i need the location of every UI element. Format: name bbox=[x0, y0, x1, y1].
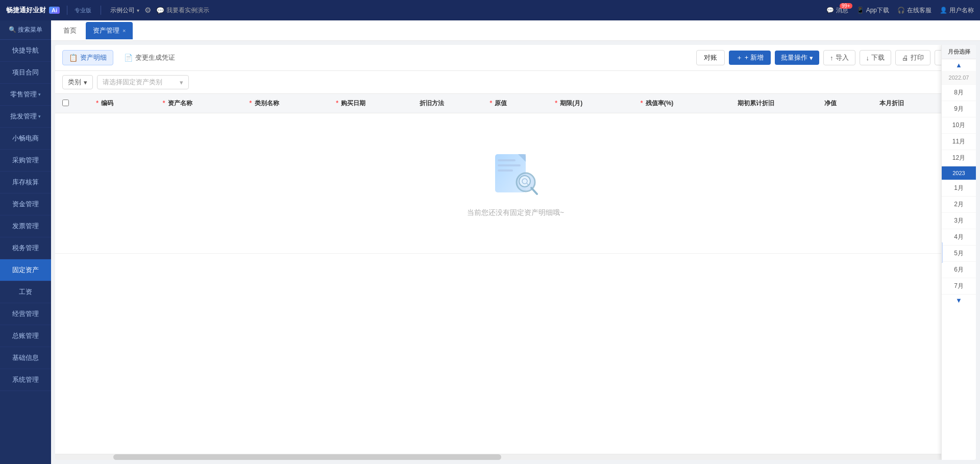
operations-label: 经营管理 bbox=[12, 309, 39, 319]
quicknav-label: 快捷导航 bbox=[12, 46, 39, 55]
month-item-5[interactable]: 5月 bbox=[942, 246, 976, 262]
month-item-11[interactable]: 11月 bbox=[942, 134, 976, 150]
month-item-9[interactable]: 9月 bbox=[942, 101, 976, 117]
assets-table: * 编码 * 资产名称 * 类别名称 bbox=[55, 94, 976, 254]
category-label: 类别 bbox=[68, 78, 81, 87]
month-item-10[interactable]: 10月 bbox=[942, 117, 976, 134]
sidebar-item-quicknav[interactable]: 快捷导航 bbox=[0, 40, 51, 62]
user-menu[interactable]: 👤 用户名称 bbox=[940, 6, 974, 15]
scroll-thumb[interactable] bbox=[113, 454, 501, 460]
tax-label: 税务管理 bbox=[12, 243, 39, 253]
settings-button[interactable]: ⚙ bbox=[144, 6, 151, 15]
change-voucher-icon: 📄 bbox=[124, 54, 133, 62]
sidebar: 🔍 搜索菜单 快捷导航 项目合同 零售管理 ▾ 批发管理 ▾ 小畅电商 采购管理… bbox=[0, 20, 51, 464]
sidebar-item-retail[interactable]: 零售管理 ▾ bbox=[0, 84, 51, 106]
sidebar-item-system[interactable]: 系统管理 bbox=[0, 369, 51, 391]
sidebar-item-base[interactable]: 基础信息 bbox=[0, 347, 51, 369]
month-year-2022[interactable]: 2022.07 bbox=[942, 71, 976, 85]
category-value-select[interactable]: 请选择固定资产类别 ▾ bbox=[97, 75, 189, 89]
message-badge: 99+ bbox=[840, 3, 852, 9]
month-item-1[interactable]: 1月 bbox=[942, 180, 976, 197]
app-download-button[interactable]: 📱 App下载 bbox=[856, 6, 889, 15]
category-arrow-icon: ▾ bbox=[180, 79, 183, 86]
month-item-2[interactable]: 2月 bbox=[942, 197, 976, 213]
tab-home-label: 首页 bbox=[63, 26, 77, 35]
svg-rect-1 bbox=[498, 159, 516, 161]
topbar-right: 💬 消息 99+ 📱 App下载 🎧 在线客服 👤 用户名称 bbox=[826, 6, 974, 15]
add-button[interactable]: ＋ + 新增 bbox=[729, 51, 771, 65]
month-item-6[interactable]: 6月 bbox=[942, 262, 976, 278]
sidebar-item-inventory[interactable]: 库存核算 bbox=[0, 172, 51, 193]
tab-close-icon[interactable]: × bbox=[122, 28, 126, 34]
category-type-select[interactable]: 类别 ▾ bbox=[62, 75, 93, 89]
invoice-label: 发票管理 bbox=[12, 222, 39, 231]
select-all-checkbox[interactable] bbox=[62, 100, 69, 106]
sidebar-item-fixed-assets[interactable]: 固定资产 bbox=[0, 259, 51, 281]
main-layout: 🔍 搜索菜单 快捷导航 项目合同 零售管理 ▾ 批发管理 ▾ 小畅电商 采购管理… bbox=[0, 20, 980, 464]
horizontal-scrollbar[interactable] bbox=[55, 454, 976, 460]
col-original-value: * 原值 bbox=[469, 94, 528, 113]
search-label: 搜索菜单 bbox=[18, 26, 42, 33]
sub-tab-asset-detail[interactable]: 📋 资产明细 bbox=[62, 50, 113, 65]
app-download-icon: 📱 bbox=[856, 7, 864, 14]
panel-toggle-button[interactable]: › bbox=[941, 242, 943, 263]
month-item-4[interactable]: 4月 bbox=[942, 229, 976, 246]
sidebar-item-finance[interactable]: 资金管理 bbox=[0, 193, 51, 215]
month-panel: › 月份选择 ▲ 2022.07 8月 9月 10月 11月 12月 2023 … bbox=[941, 45, 976, 460]
brand: 畅捷通好业财 Ai bbox=[6, 6, 60, 15]
month-up-nav[interactable]: ▲ bbox=[942, 59, 976, 71]
message-icon: 💬 bbox=[826, 7, 834, 14]
month-year-2023[interactable]: 2023 bbox=[942, 166, 976, 180]
project-label: 项目合同 bbox=[12, 68, 39, 77]
toolbar-right: 对账 ＋ + 新增 批量操作 ▾ ↑ 导入 bbox=[696, 50, 969, 65]
download-button[interactable]: ↓ 下载 bbox=[860, 50, 892, 65]
month-panel-header: 月份选择 bbox=[942, 45, 976, 59]
print-button[interactable]: 🖨 打印 bbox=[895, 50, 930, 65]
ai-badge: Ai bbox=[49, 7, 60, 14]
table-wrap: * 编码 * 资产名称 * 类别名称 bbox=[55, 94, 976, 454]
duizhang-button[interactable]: 对账 bbox=[696, 50, 725, 65]
sidebar-search[interactable]: 🔍 搜索菜单 bbox=[0, 20, 51, 40]
sidebar-item-operations[interactable]: 经营管理 bbox=[0, 303, 51, 325]
company-selector[interactable]: 示例公司 ▾ bbox=[110, 6, 139, 15]
add-icon: ＋ bbox=[736, 53, 743, 62]
batch-button[interactable]: 批量操作 ▾ bbox=[775, 51, 819, 65]
ecommerce-label: 小畅电商 bbox=[12, 134, 39, 143]
sidebar-item-purchase[interactable]: 采购管理 bbox=[0, 150, 51, 172]
col-residual-rate: * 残值率(%) bbox=[609, 94, 704, 113]
month-item-8[interactable]: 8月 bbox=[942, 85, 976, 101]
retail-label: 零售管理 bbox=[10, 90, 37, 99]
user-icon: 👤 bbox=[940, 7, 947, 14]
sidebar-item-ecommerce[interactable]: 小畅电商 bbox=[0, 128, 51, 150]
message-button[interactable]: 💬 消息 99+ bbox=[826, 6, 848, 15]
sub-tab-change-voucher[interactable]: 📄 变更生成凭证 bbox=[117, 50, 182, 65]
content-area: 首页 资产管理 × 📋 资产明细 📄 变更生成凭证 bbox=[51, 20, 980, 464]
print-label: 打印 bbox=[911, 53, 924, 62]
tab-assets[interactable]: 资产管理 × bbox=[86, 22, 133, 39]
month-item-3[interactable]: 3月 bbox=[942, 213, 976, 229]
page-content-inner: 📋 资产明细 📄 变更生成凭证 对账 ＋ + 新增 bbox=[55, 45, 976, 460]
sidebar-item-tax[interactable]: 税务管理 bbox=[0, 237, 51, 259]
retail-arrow-icon: ▾ bbox=[38, 92, 41, 97]
sidebar-item-invoice[interactable]: 发票管理 bbox=[0, 215, 51, 237]
system-label: 系统管理 bbox=[12, 375, 39, 384]
headset-icon: 🎧 bbox=[897, 7, 905, 14]
svg-rect-3 bbox=[498, 169, 513, 172]
sidebar-item-wholesale[interactable]: 批发管理 ▾ bbox=[0, 106, 51, 128]
month-down-nav[interactable]: ▼ bbox=[942, 295, 976, 306]
sidebar-item-project[interactable]: 项目合同 bbox=[0, 62, 51, 84]
demo-icon: 💬 bbox=[156, 7, 164, 14]
month-item-7[interactable]: 7月 bbox=[942, 278, 976, 295]
sidebar-item-ledger[interactable]: 总账管理 bbox=[0, 325, 51, 347]
import-button[interactable]: ↑ 导入 bbox=[823, 50, 855, 65]
col-net-value: 净值 bbox=[807, 94, 854, 113]
search-icon: 🔍 bbox=[9, 26, 16, 33]
tab-home[interactable]: 首页 bbox=[56, 22, 84, 39]
online-service-button[interactable]: 🎧 在线客服 bbox=[897, 6, 932, 15]
month-item-12[interactable]: 12月 bbox=[942, 150, 976, 166]
col-accumulated: 期初累计折旧 bbox=[704, 94, 807, 113]
add-label: + 新增 bbox=[745, 53, 764, 62]
svg-line-7 bbox=[531, 188, 537, 194]
demo-link[interactable]: 💬 我要看实例演示 bbox=[156, 6, 209, 15]
sidebar-item-salary[interactable]: 工资 bbox=[0, 281, 51, 303]
